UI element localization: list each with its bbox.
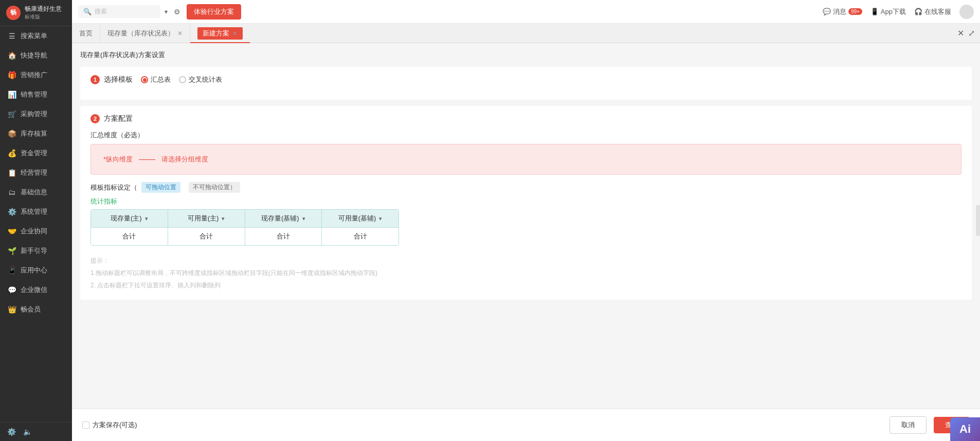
col-current-sub-label: 现存量(基辅) [261, 214, 299, 223]
tab-inventory[interactable]: 现存量（库存状况表） ✕ [100, 24, 190, 43]
sidebar-item-member[interactable]: 👑 畅会员 [0, 300, 72, 319]
stats-section: 统计指标 现存量(主) ▾ 可用量(主) ▾ [90, 197, 961, 247]
app-name: 畅康通好生意 [25, 5, 62, 13]
message-item[interactable]: 💬 消息 99+ [823, 7, 862, 16]
tip-item-1: 1.拖动标题栏可以调整布局，不可跨维度或指标区域拖动栏目字段(只能在同一维度或指… [90, 267, 961, 279]
col-available-main[interactable]: 可用量(主) ▾ [168, 210, 245, 227]
radio-cross-circle [179, 76, 186, 83]
sidebar-item-newbie-label: 新手引导 [21, 246, 47, 255]
cell-1: 合计 [168, 228, 245, 245]
sidebar-item-basic[interactable]: 🗂 基础信息 [0, 182, 72, 202]
sidebar-item-purchase[interactable]: 🛒 采购管理 [0, 104, 72, 124]
app-edition: 标准版 [25, 13, 62, 21]
tab-expand-icons: ✕ ⤢ [952, 28, 980, 38]
tab-new-plan-close[interactable]: ✕ [232, 30, 238, 37]
col-available-sub-label: 可用量(基辅) [338, 214, 376, 223]
close-panel-icon[interactable]: ✕ [957, 28, 964, 38]
dropdown-icon[interactable]: ▾ [165, 8, 168, 15]
sidebar-item-sales-label: 销售管理 [21, 90, 47, 99]
ai-badge[interactable]: Ai [950, 417, 980, 441]
online-service-item[interactable]: 🎧 在线客服 [914, 7, 951, 16]
app-download-item[interactable]: 📱 App下载 [870, 7, 906, 16]
sidebar-item-search-menu[interactable]: ☰ 搜索菜单 [0, 26, 72, 46]
sidebar-item-newbie[interactable]: 🌱 新手引导 [0, 241, 72, 261]
radio-summary[interactable]: 汇总表 [141, 75, 171, 84]
sidebar-item-sales[interactable]: 📊 销售管理 [0, 85, 72, 104]
topbar-right: 💬 消息 99+ 📱 App下载 🎧 在线客服 [823, 5, 974, 19]
template-radio-group: 汇总表 交叉统计表 [141, 75, 222, 84]
app-center-icon: 📱 [7, 266, 16, 275]
sidebar-item-inventory[interactable]: 📦 库存核算 [0, 124, 72, 143]
save-label: 方案保存(可选) [93, 420, 137, 430]
sidebar-item-management-label: 经营管理 [21, 168, 47, 177]
col-current-sub-chevron[interactable]: ▾ [302, 215, 305, 222]
step2-header: 2 方案配置 [90, 114, 961, 123]
radio-cross[interactable]: 交叉统计表 [179, 75, 222, 84]
sidebar-item-quick-nav[interactable]: 🏠 快捷导航 [0, 46, 72, 65]
home-icon: 🏠 [7, 51, 16, 60]
system-icon: ⚙️ [7, 207, 16, 216]
dimension-box[interactable]: *纵向维度 —— 请选择分组维度 [90, 144, 961, 175]
bottom-bar: 方案保存(可选) 取消 查询 [72, 409, 980, 441]
settings-icon[interactable]: ⚙️ [7, 428, 16, 436]
main-area: 🔍 搜索 ▾ ⚙ 体验行业方案 💬 消息 99+ 📱 App下载 🎧 在线客服 [72, 0, 980, 441]
speaker-icon[interactable]: 🔈 [23, 428, 32, 436]
expand-icon[interactable]: ⤢ [968, 28, 975, 38]
wechat-icon: 💬 [7, 285, 16, 295]
col-available-main-chevron[interactable]: ▾ [222, 215, 225, 222]
col-current-main[interactable]: 现存量(主) ▾ [91, 210, 168, 227]
col-available-sub[interactable]: 可用量(基辅) ▾ [322, 210, 398, 227]
save-checkbox[interactable] [82, 421, 89, 429]
sidebar-item-system[interactable]: ⚙️ 系统管理 [0, 202, 72, 222]
sidebar-item-member-label: 畅会员 [21, 305, 41, 314]
sidebar-item-app-center[interactable]: 📱 应用中心 [0, 261, 72, 280]
user-avatar[interactable] [959, 5, 974, 19]
col-available-sub-chevron[interactable]: ▾ [379, 215, 382, 222]
tab-inventory-close[interactable]: ✕ [177, 30, 183, 37]
sidebar-item-basic-label: 基础信息 [21, 188, 47, 197]
radio-summary-circle [141, 76, 148, 83]
tip-item-2: 2. 点击标题栏下拉可设置排序、插入列和删除列 [90, 279, 961, 291]
tabbar: 首页 现存量（库存状况表） ✕ 新建方案 ✕ ✕ ⤢ [72, 24, 980, 43]
gift-icon: 🎁 [7, 70, 16, 80]
step2-section: 2 方案配置 汇总维度（必选） *纵向维度 —— 请选择分组维度 模板指标设定（… [80, 106, 972, 300]
sidebar-item-wechat[interactable]: 💬 企业微信 [0, 280, 72, 300]
management-icon: 📋 [7, 168, 16, 177]
step1-section: 1 选择模板 汇总表 交叉统计表 [80, 67, 972, 100]
sidebar-item-enterprise[interactable]: 🤝 企业协同 [0, 222, 72, 241]
trial-btn[interactable]: 体验行业方案 [187, 4, 241, 20]
sidebar-item-inventory-label: 库存核算 [21, 129, 47, 138]
non-draggable-badge: 不可拖动位置） [189, 182, 240, 193]
message-icon: 💬 [823, 8, 831, 15]
step1-header: 1 选择模板 汇总表 交叉统计表 [90, 75, 961, 84]
logo-icon: 畅 [6, 6, 21, 20]
tab-home[interactable]: 首页 [72, 24, 100, 43]
tab-new-plan-active[interactable]: 新建方案 ✕ [197, 27, 243, 40]
cancel-button[interactable]: 取消 [890, 416, 927, 434]
indicator-settings-label: 模板指标设定（ 可拖动位置 不可拖动位置） [90, 182, 961, 193]
search-icon: 🔍 [83, 8, 92, 15]
gear-icon[interactable]: ⚙ [172, 6, 183, 18]
col-current-sub[interactable]: 现存量(基辅) ▾ [245, 210, 322, 227]
search-placeholder: 搜索 [95, 7, 107, 16]
sidebar-nav: ☰ 搜索菜单 🏠 快捷导航 🎁 营销推广 📊 销售管理 🛒 采购管理 📦 库存核… [0, 26, 72, 422]
tab-new-plan[interactable]: 新建方案 ✕ [190, 24, 250, 43]
finance-icon: 💰 [7, 149, 16, 158]
member-icon: 👑 [7, 305, 16, 314]
topbar-search[interactable]: 🔍 搜索 [78, 5, 160, 18]
stats-title: 统计指标 [90, 197, 961, 206]
sidebar-item-wechat-label: 企业微信 [21, 285, 47, 295]
sidebar-item-management[interactable]: 📋 经营管理 [0, 163, 72, 182]
indicator-settings: 模板指标设定（ 可拖动位置 不可拖动位置） 统计指标 现存量(主) ▾ [90, 182, 961, 291]
tips-title: 提示： [90, 257, 109, 264]
save-option[interactable]: 方案保存(可选) [82, 420, 137, 430]
sidebar-item-marketing[interactable]: 🎁 营销推广 [0, 65, 72, 85]
headset-icon: 🎧 [914, 8, 922, 15]
sidebar-item-finance[interactable]: 💰 资金管理 [0, 143, 72, 163]
tips: 提示： 1.拖动标题栏可以调整布局，不可跨维度或指标区域拖动栏目字段(只能在同一… [90, 254, 961, 291]
col-current-main-chevron[interactable]: ▾ [145, 215, 148, 222]
basic-icon: 🗂 [7, 188, 16, 197]
purchase-icon: 🛒 [7, 109, 16, 119]
dimension-label: 汇总维度（必选） [90, 131, 961, 140]
sidebar-item-search-menu-label: 搜索菜单 [21, 31, 47, 41]
